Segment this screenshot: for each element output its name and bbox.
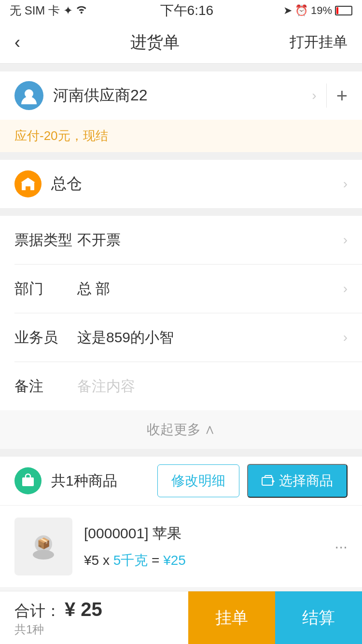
collapse-bar[interactable]: 收起更多 ∧ xyxy=(0,410,362,449)
remark-row[interactable]: 备注 备注内容 xyxy=(0,362,362,410)
warehouse-icon xyxy=(14,170,42,197)
supplier-vertical-divider xyxy=(326,84,327,108)
warehouse-name: 总仓 xyxy=(51,173,343,195)
product-info: [0000001] 苹果 ¥5 x 5千克 = ¥25 xyxy=(84,524,334,570)
battery-level: 19% xyxy=(311,4,332,17)
svg-rect-3 xyxy=(26,186,30,190)
product-icon xyxy=(14,467,42,494)
settle-button[interactable]: 结算 xyxy=(275,591,362,644)
remark-input[interactable]: 备注内容 xyxy=(77,377,348,396)
hang-order-button[interactable]: 挂单 xyxy=(188,591,275,644)
status-time: 下午6:16 xyxy=(160,1,214,20)
notice-banner: 应付-20元，现结 xyxy=(0,120,362,152)
salesperson-value: 这是859的小智 xyxy=(77,328,343,348)
department-value: 总 部 xyxy=(77,279,343,299)
battery-icon xyxy=(335,6,352,15)
department-chevron-icon: › xyxy=(343,281,348,296)
alarm-icon: ⏰ xyxy=(295,4,308,17)
product-price-row: ¥5 x 5千克 = ¥25 xyxy=(84,551,334,570)
salesperson-chevron-icon: › xyxy=(343,330,348,345)
supplier-name: 河南供应商22 xyxy=(53,85,312,106)
total-amount-row: 合计： ¥ 25 xyxy=(14,599,174,622)
salesperson-row[interactable]: 业务员 这是859的小智 › xyxy=(0,313,362,362)
mid-divider-3 xyxy=(0,449,362,457)
total-sub-label: 共1种 xyxy=(14,622,174,637)
svg-point-7 xyxy=(33,550,54,560)
salesperson-label: 业务员 xyxy=(14,328,77,348)
svg-text:📦: 📦 xyxy=(37,537,51,550)
collapse-label: 收起更多 ∧ xyxy=(147,420,216,439)
supplier-chevron-icon: › xyxy=(312,88,316,103)
line-total: ¥25 xyxy=(163,553,186,568)
open-pending-button[interactable]: 打开挂单 xyxy=(290,32,348,52)
sim-status: 无 SIM 卡 ✦ xyxy=(10,3,73,18)
ticket-type-row[interactable]: 票据类型 不开票 › xyxy=(0,216,362,264)
mid-divider-1 xyxy=(0,152,362,160)
top-divider xyxy=(0,64,362,71)
product-count-label: 共1种商品 xyxy=(51,471,157,491)
form-section: 票据类型 不开票 › 部门 总 部 › 业务员 这是859的小智 › 备注 备注… xyxy=(0,216,362,410)
supplier-section[interactable]: 河南供应商22 › + xyxy=(0,71,362,120)
equals-sign: = xyxy=(152,553,163,568)
supplier-avatar xyxy=(14,81,43,110)
product-item: 📦 [0000001] 苹果 ¥5 x 5千克 = ¥25 ··· xyxy=(0,506,362,587)
bottom-bar: 合计： ¥ 25 共1种 挂单 结算 xyxy=(0,591,362,644)
quantity: 5千克 xyxy=(113,553,148,568)
total-label: 合计： xyxy=(14,601,61,622)
remark-label: 备注 xyxy=(14,377,77,396)
warehouse-chevron-icon: › xyxy=(343,176,348,192)
ticket-type-chevron-icon: › xyxy=(343,232,348,248)
mid-divider-2 xyxy=(0,208,362,216)
ticket-type-label: 票据类型 xyxy=(14,230,77,250)
product-name: [0000001] 苹果 xyxy=(84,524,334,544)
back-button[interactable]: ‹ xyxy=(14,32,20,53)
page-title: 进货单 xyxy=(130,31,180,54)
edit-detail-button[interactable]: 修改明细 xyxy=(157,464,239,497)
settle-label: 结算 xyxy=(302,607,335,629)
department-label: 部门 xyxy=(14,279,77,299)
product-code: [0000001] xyxy=(84,525,148,541)
status-right: ➤ ⏰ 19% xyxy=(283,4,352,17)
select-product-button[interactable]: 选择商品 xyxy=(247,464,348,498)
warehouse-section[interactable]: 总仓 › xyxy=(0,160,362,208)
department-row[interactable]: 部门 总 部 › xyxy=(0,265,362,313)
product-title: 苹果 xyxy=(153,525,181,541)
total-section: 合计： ¥ 25 共1种 xyxy=(0,599,188,637)
svg-marker-2 xyxy=(21,178,35,182)
location-icon: ➤ xyxy=(283,4,292,17)
wifi-icon xyxy=(77,4,90,17)
product-header: 共1种商品 修改明细 选择商品 xyxy=(0,457,362,505)
svg-rect-5 xyxy=(262,477,273,485)
status-left: 无 SIM 卡 ✦ xyxy=(10,3,90,18)
total-amount-value: ¥ 25 xyxy=(65,599,102,620)
price-sep: x xyxy=(103,553,113,568)
svg-rect-4 xyxy=(22,477,34,486)
hang-order-label: 挂单 xyxy=(215,607,248,629)
ticket-type-value: 不开票 xyxy=(77,230,343,250)
product-more-button[interactable]: ··· xyxy=(334,538,348,556)
product-thumbnail: 📦 xyxy=(14,518,72,575)
nav-bar: ‹ 进货单 打开挂单 xyxy=(0,21,362,64)
unit-price: ¥5 xyxy=(84,553,99,568)
add-supplier-button[interactable]: + xyxy=(336,85,348,107)
status-bar: 无 SIM 卡 ✦ 下午6:16 ➤ ⏰ 19% xyxy=(0,0,362,21)
select-product-label: 选择商品 xyxy=(279,472,333,490)
